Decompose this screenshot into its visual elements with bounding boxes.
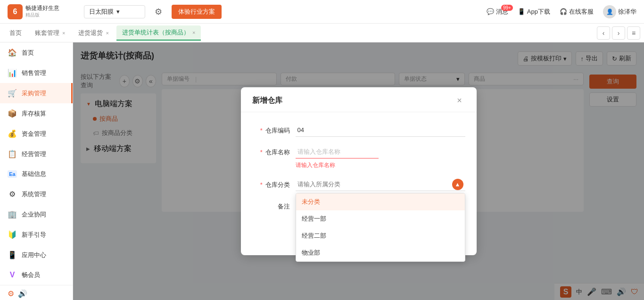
- sidebar: 🏠 首页 📊 销售管理 🛒 采购管理 📦 库存核算 💰 资金管理 📋 经营管理 …: [0, 42, 73, 300]
- tab-purchase-stats[interactable]: 进货单统计表（按商品） ×: [116, 25, 201, 41]
- sidebar-item-enterprise[interactable]: 🏢 企业协同: [0, 204, 73, 225]
- dropdown-item-1[interactable]: 经营一部: [296, 210, 465, 227]
- user-avatar-icon: 👤: [606, 8, 613, 15]
- sidebar-item-finance[interactable]: 💰 资金管理: [0, 124, 73, 144]
- sidebar-item-vip[interactable]: V 畅会员: [0, 265, 73, 285]
- home-icon: 🏠: [8, 48, 17, 57]
- chevron-down-icon: ▾: [116, 8, 120, 15]
- message-icon: 💬: [487, 8, 494, 15]
- name-input[interactable]: [296, 145, 379, 158]
- logo-icon: 6: [8, 4, 23, 19]
- sales-icon: 📊: [8, 68, 17, 77]
- main-layout: 🏠 首页 📊 销售管理 🛒 采购管理 📦 库存核算 💰 资金管理 📋 经营管理 …: [0, 42, 644, 300]
- settings-icon[interactable]: ⚙: [151, 4, 166, 19]
- customer-service-button[interactable]: 🎧 在线客服: [560, 8, 594, 16]
- form-row-name: * 仓库名称 请输入仓库名称: [252, 145, 465, 169]
- category-dropdown: 未分类 经营一部 经营二部 物业部: [296, 193, 465, 262]
- tab-nav-buttons: ‹ › ≡: [597, 26, 640, 40]
- user-menu-button[interactable]: 👤 徐泽华: [603, 5, 636, 18]
- avatar: 👤: [603, 5, 616, 18]
- vip-icon: V: [8, 271, 17, 279]
- tab-expand-button[interactable]: ≡: [627, 26, 640, 40]
- volume-icon[interactable]: 🔊: [18, 289, 27, 298]
- tab-next-button[interactable]: ›: [612, 26, 625, 40]
- sidebar-item-apps[interactable]: 📱 应用中心: [0, 245, 73, 265]
- sidebar-item-purchase[interactable]: 🛒 采购管理: [0, 83, 73, 103]
- sidebar-item-basics[interactable]: Ea 基础信息: [0, 164, 73, 184]
- finance-icon: 💰: [8, 129, 17, 138]
- tab-prev-button[interactable]: ‹: [597, 26, 610, 40]
- category-select-wrapper: ▲ 未分类 经营一部 经营二部 物业部: [296, 178, 465, 191]
- name-label: * 仓库名称: [252, 145, 290, 157]
- sidebar-item-system[interactable]: ⚙ 系统管理: [0, 184, 73, 204]
- category-label: * 仓库分类: [252, 178, 290, 189]
- app-download-button[interactable]: 📱 App下载: [518, 8, 550, 16]
- code-label: * 仓库编码: [252, 124, 290, 135]
- message-button[interactable]: 💬 消息 99+: [487, 8, 508, 16]
- dialog-close-button[interactable]: ×: [454, 95, 465, 106]
- close-icon[interactable]: ×: [106, 30, 108, 36]
- sidebar-item-home[interactable]: 🏠 首页: [0, 42, 73, 63]
- content-area: 进货单统计(按商品) 🖨 按模板打印 ▾ ↑ 导出 ↻ 刷新: [73, 42, 644, 300]
- dialog-overlay: 新增仓库 × * 仓库编码: [73, 42, 644, 300]
- store-name: 日太阳膜: [89, 8, 114, 16]
- close-icon[interactable]: ×: [62, 30, 65, 36]
- sidebar-item-guide[interactable]: 🔰 新手引导: [0, 225, 73, 245]
- dropdown-item-2[interactable]: 经营二部: [296, 227, 465, 244]
- sidebar-item-operations[interactable]: 📋 经营管理: [0, 144, 73, 164]
- category-input[interactable]: [296, 178, 465, 191]
- operations-icon: 📋: [8, 150, 17, 158]
- mobile-icon: 📱: [518, 8, 525, 15]
- logo-text: 畅捷通好生意: [25, 5, 59, 12]
- trial-button[interactable]: 体验行业方案: [172, 5, 222, 19]
- enterprise-icon: 🏢: [8, 210, 17, 219]
- message-badge: 99+: [501, 5, 513, 11]
- category-toggle-button[interactable]: ▲: [452, 179, 463, 190]
- form-row-category: * 仓库分类 ▲ 未分类 经营一部 经营二部 物业部: [252, 178, 465, 191]
- sidebar-item-inventory[interactable]: 📦 库存核算: [0, 103, 73, 124]
- tab-purchase-return[interactable]: 进货退货 ×: [73, 26, 114, 40]
- add-warehouse-dialog: 新增仓库 × * 仓库编码: [241, 87, 477, 255]
- purchase-icon: 🛒: [8, 89, 17, 98]
- sidebar-item-sales[interactable]: 📊 销售管理: [0, 63, 73, 83]
- system-icon: ⚙: [8, 190, 17, 199]
- close-icon[interactable]: ×: [192, 30, 195, 35]
- dialog-body: * 仓库编码 * 仓库名称: [241, 112, 477, 224]
- logo-badge: 精品版: [25, 12, 59, 18]
- tab-bar: 首页 账套管理 × 进货退货 × 进货单统计表（按商品） × ‹ › ≡: [0, 24, 644, 42]
- tab-account[interactable]: 账套管理 ×: [29, 26, 71, 40]
- dialog-header: 新增仓库 ×: [241, 87, 477, 112]
- guide-icon: 🔰: [8, 230, 17, 239]
- store-selector[interactable]: 日太阳膜 ▾: [84, 5, 145, 18]
- name-error-msg: 请输入仓库名称: [296, 161, 335, 169]
- dropdown-item-0[interactable]: 未分类: [296, 193, 465, 210]
- top-header: 6 畅捷通好生意 精品版 日太阳膜 ▾ ⚙ 体验行业方案 💬 消息 99+ 📱 …: [0, 0, 644, 24]
- logo-area: 6 畅捷通好生意 精品版: [8, 4, 78, 19]
- remark-label: 备注: [252, 200, 290, 211]
- basics-icon: Ea: [8, 170, 17, 178]
- headset-icon: 🎧: [560, 8, 567, 15]
- dialog-title: 新增仓库: [252, 96, 282, 106]
- inventory-icon: 📦: [8, 109, 17, 118]
- form-row-code: * 仓库编码: [252, 124, 465, 137]
- header-right: 💬 消息 99+ 📱 App下载 🎧 在线客服 👤 徐泽华: [487, 5, 636, 18]
- dropdown-item-3[interactable]: 物业部: [296, 244, 465, 261]
- settings-bottom-icon[interactable]: ⚙: [8, 289, 14, 298]
- apps-icon: 📱: [8, 250, 17, 259]
- code-input[interactable]: [296, 124, 465, 137]
- tab-home[interactable]: 首页: [4, 26, 27, 40]
